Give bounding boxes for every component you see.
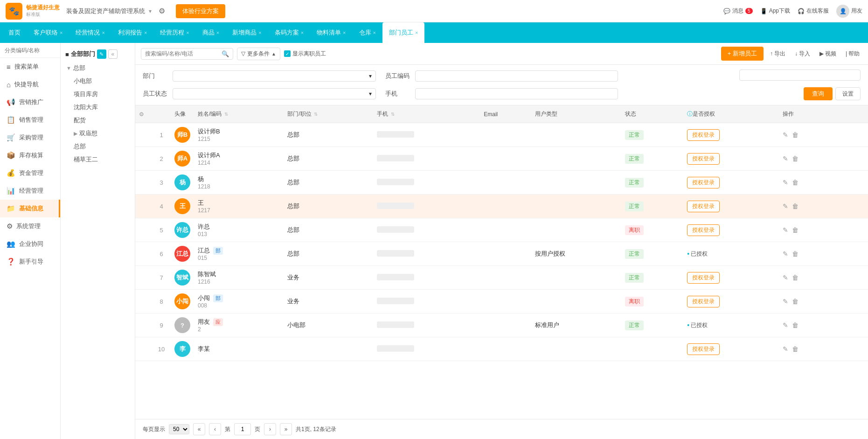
auth-login-button[interactable]: 授权登录 [687,153,720,165]
next-page-button[interactable]: › [264,423,276,435]
sidebar-item-system[interactable]: ⚙ 系统管理 [0,217,60,235]
dept-node-xiaodian[interactable]: 小电部 [61,75,135,88]
auth-login-button[interactable]: 授权登录 [687,272,720,284]
settings-icon[interactable]: ⚙ [139,111,144,118]
auth-login-button[interactable]: 授权登录 [687,129,720,141]
per-page-select[interactable]: 50 [169,424,189,434]
dept-node-peihuo[interactable]: 配货 [61,114,135,127]
sidebar-search-input[interactable] [5,47,61,54]
export-button[interactable]: ↑ 导出 [767,48,788,60]
filter-status-select[interactable]: ▾ [173,88,376,99]
app-download-button[interactable]: 📱 App下载 [760,7,790,15]
auth-login-button[interactable]: 授权登录 [687,224,720,236]
sidebar-item-search[interactable]: ≡ 搜索菜单 [0,58,60,76]
message-button[interactable]: 💬 消息 5 [723,7,753,15]
add-employee-button[interactable]: + 新增员工 [721,47,764,61]
tab-bom[interactable]: 物料清单× [310,22,352,43]
delete-icon[interactable]: 🗑 [792,226,799,234]
edit-icon[interactable]: ✎ [783,179,788,186]
trial-button[interactable]: 体验行业方案 [176,4,225,18]
delete-icon[interactable]: 🗑 [792,131,799,139]
reset-button[interactable]: 设置 [835,87,861,100]
delete-icon[interactable]: 🗑 [792,202,799,210]
auth-login-button[interactable]: 授权登录 [687,343,720,355]
sidebar-item-inventory[interactable]: 📦 库存核算 [0,146,60,164]
edit-icon[interactable]: ✎ [783,250,788,258]
edit-icon[interactable]: ✎ [783,345,788,353]
close-icon[interactable]: × [60,30,62,35]
close-icon[interactable]: × [186,30,189,35]
filter-empcode-input[interactable] [415,70,618,82]
first-page-button[interactable]: « [193,423,205,435]
close-icon[interactable]: × [216,30,219,35]
tab-goods[interactable]: 商品× [196,22,226,43]
search-input[interactable] [145,50,220,57]
user-area[interactable]: 👤 用友 [836,5,862,18]
view-button[interactable]: ▶ 视频 [817,48,839,60]
delete-icon[interactable]: 🗑 [792,250,799,258]
gear-icon[interactable]: ⚙ [155,5,168,18]
filter-phone-input[interactable] [415,88,618,99]
sidebar-item-capital[interactable]: 💰 资金管理 [0,164,60,182]
close-icon[interactable]: × [144,30,147,35]
edit-icon[interactable]: ✎ [783,202,788,210]
page-input[interactable] [234,423,251,435]
sys-title-arrow[interactable]: ▾ [149,8,152,14]
close-icon[interactable]: × [373,30,376,35]
search-icon[interactable]: 🔍 [222,50,229,57]
tab-warehouse[interactable]: 仓库× [353,22,382,43]
sidebar-item-marketing[interactable]: 📢 营销推广 [0,93,60,111]
tab-home[interactable]: 首页 [2,22,27,43]
tab-profit[interactable]: 利润报告× [111,22,153,43]
sidebar-item-purchase[interactable]: 🛒 采购管理 [0,129,60,146]
th-phone[interactable]: 手机 ⇅ [373,105,480,123]
tab-operation[interactable]: 经营情况× [69,22,111,43]
online-service-button[interactable]: 🎧 在线客服 [798,7,829,15]
edit-icon[interactable]: ✎ [783,131,788,139]
delete-icon[interactable]: 🗑 [792,155,799,162]
tab-barcode[interactable]: 条码方案× [268,22,310,43]
last-page-button[interactable]: » [280,423,292,435]
dept-node-zongbu[interactable]: 总部 [61,140,135,153]
sidebar-item-sales[interactable]: 📋 销售管理 [0,111,60,129]
import-button[interactable]: ↓ 导入 [792,48,813,60]
query-button[interactable]: 查询 [804,87,833,100]
filter-empname-input[interactable] [739,70,861,81]
sidebar-item-quicknav[interactable]: ⌂ 快捷导航 [0,76,60,93]
auth-login-button[interactable]: 授权登录 [687,201,720,212]
edit-icon[interactable]: ✎ [783,298,788,305]
edit-icon[interactable]: ✎ [783,155,788,162]
dept-node-xiangmu[interactable]: 项目库房 [61,88,135,101]
dept-header-text[interactable]: 全部部门 [71,50,95,58]
dept-node-shuangxiang[interactable]: ▶双庙想 [61,127,135,140]
auth-login-button[interactable]: 授权登录 [687,296,720,307]
edit-icon[interactable]: ✎ [783,274,788,281]
tab-customer[interactable]: 客户联络× [27,22,69,43]
edit-icon[interactable]: ✎ [783,226,788,234]
close-icon[interactable]: × [415,30,418,35]
delete-icon[interactable]: 🗑 [792,274,799,281]
filter-dept-select[interactable]: ▾ [173,70,376,82]
dept-node-tucaowang[interactable]: 桶草王二 [61,153,135,166]
dept-node-zongbu-parent[interactable]: ▼总部 [61,62,135,75]
delete-icon[interactable]: 🗑 [792,321,799,329]
dept-node-shenyang[interactable]: 沈阳大库 [61,101,135,114]
delete-icon[interactable]: 🗑 [792,345,799,353]
auth-login-button[interactable]: 授权登录 [687,177,720,188]
prev-page-button[interactable]: ‹ [209,423,221,435]
dept-collapse-button[interactable]: « [108,49,118,59]
close-icon[interactable]: × [343,30,346,35]
tab-dept-staff[interactable]: 部门员工× [382,22,424,43]
filter-more-button[interactable]: ▽ 更多条件 ▲ [237,48,280,60]
delete-icon[interactable]: 🗑 [792,179,799,186]
sidebar-item-basic[interactable]: 📁 基础信息 [0,200,60,217]
tab-history[interactable]: 经营历程× [153,22,195,43]
tab-new-goods[interactable]: 新增商品× [226,22,268,43]
th-dept[interactable]: 部门/职位 ⇅ [284,105,373,123]
close-icon[interactable]: × [258,30,261,35]
close-icon[interactable]: × [301,30,304,35]
sidebar-item-guide[interactable]: ❓ 新手引导 [0,253,60,271]
show-resigned-toggle[interactable]: ✓ 显示离职员工 [284,50,326,58]
dept-edit-icon[interactable]: ✎ [97,49,106,59]
sidebar-item-operation[interactable]: 📊 经营管理 [0,182,60,200]
